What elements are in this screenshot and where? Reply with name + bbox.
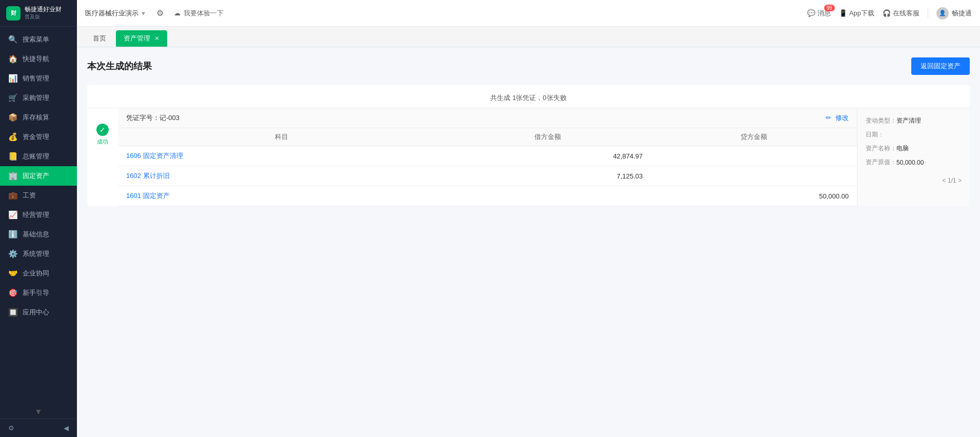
voucher-info-panel: 变动类型： 资产清理 日期： 资产名称： 电脑 资产原值： 50,000.00	[857, 108, 970, 206]
voucher-main: 凭证字号：记-003 ✏ 修改 科目 借方金额 贷方金额	[118, 108, 857, 206]
online-service-button[interactable]: 🎧 在线客服	[883, 9, 919, 18]
topbar-left: 医疗器械行业演示 ▼ ⚙ ☁ 我要体验一下	[85, 8, 807, 18]
system-icon: ⚙️	[8, 249, 17, 259]
app-download-button[interactable]: 📱 App下载	[839, 9, 874, 18]
funds-icon: 💰	[8, 132, 17, 142]
sidebar-item-label-quick-nav: 快捷导航	[23, 54, 49, 64]
sidebar-item-funds[interactable]: 💰资金管理	[0, 127, 77, 147]
success-circle: ✓	[96, 124, 109, 136]
sidebar-logo: 财 畅捷通好业财 普及版	[0, 0, 77, 27]
app-download-icon: 📱	[839, 9, 847, 17]
experience-label: 我要体验一下	[184, 9, 224, 18]
row-subject-2[interactable]: 1601 固定资产	[118, 186, 445, 206]
voucher-no: 凭证字号：记-003	[126, 113, 179, 123]
topbar-experience[interactable]: ☁ 我要体验一下	[174, 9, 224, 18]
col-debit-header: 借方金额	[445, 128, 651, 146]
asset-name-value: 电脑	[896, 144, 909, 153]
table-row: 1606 固定资产清理 42,874.97	[118, 146, 857, 166]
return-button[interactable]: 返回固定资产	[911, 57, 970, 75]
sidebar-item-system[interactable]: ⚙️系统管理	[0, 244, 77, 264]
sidebar-item-label-ledger: 总账管理	[23, 152, 49, 161]
topbar-user[interactable]: 👤 畅捷通	[936, 7, 972, 19]
voucher-header-row: 凭证字号：记-003 ✏ 修改	[118, 108, 857, 128]
headset-icon: 🎧	[883, 9, 891, 17]
sidebar-item-ledger[interactable]: 📒总账管理	[0, 147, 77, 166]
tab-home-label: 首页	[93, 34, 106, 43]
sidebar-item-guide[interactable]: 🎯新手引导	[0, 283, 77, 303]
fixed-assets-icon: 🏢	[8, 171, 17, 181]
tab-asset-management-close-icon[interactable]: ✕	[154, 35, 159, 42]
asset-value-label: 资产原值：	[866, 158, 896, 167]
logo-text-area: 畅捷通好业财 普及版	[25, 6, 62, 21]
sidebar: 财 畅捷通好业财 普及版 🔍搜索菜单🏠快捷导航📊销售管理🛒采购管理📦库存核算💰资…	[0, 0, 77, 437]
row-credit-2: 50,000.00	[651, 186, 857, 206]
settings-icon[interactable]: ⚙	[8, 424, 14, 432]
sidebar-item-label-inventory: 库存核算	[23, 113, 49, 122]
message-badge: 99	[824, 5, 835, 11]
sidebar-item-payroll[interactable]: 💼工资	[0, 186, 77, 205]
sidebar-item-fixed-assets[interactable]: 🏢固定资产	[0, 166, 77, 186]
sidebar-item-label-guide: 新手引导	[23, 288, 49, 297]
col-credit-header: 贷方金额	[651, 128, 857, 146]
sidebar-scroll-down[interactable]: ▼	[34, 407, 43, 416]
collapse-icon[interactable]: ◀	[64, 424, 69, 432]
sidebar-nav: 🔍搜索菜单🏠快捷导航📊销售管理🛒采购管理📦库存核算💰资金管理📒总账管理🏢固定资产…	[0, 27, 77, 405]
edit-icon: ✏	[826, 114, 831, 122]
quick-nav-icon: 🏠	[8, 54, 17, 64]
topbar-company[interactable]: 医疗器械行业演示 ▼	[85, 9, 146, 18]
voucher-block: ✓ 成功 凭证字号：记-003 ✏ 修改	[87, 108, 970, 206]
edit-button[interactable]: ✏ 修改	[826, 113, 849, 123]
voucher-table: 科目 借方金额 贷方金额 1606 固定资产清理 42,874.97 1602 …	[118, 128, 857, 206]
tab-asset-management[interactable]: 资产管理 ✕	[116, 30, 167, 47]
topbar-right: 💬 消息 99 📱 App下载 🎧 在线客服 👤 畅捷通	[807, 7, 972, 19]
app-center-icon: 🔲	[8, 308, 17, 317]
sidebar-item-basic-info[interactable]: ℹ️基础信息	[0, 225, 77, 244]
sidebar-item-label-payroll: 工资	[23, 191, 36, 200]
sidebar-item-sales[interactable]: 📊销售管理	[0, 69, 77, 88]
operations-icon: 📈	[8, 210, 17, 220]
tab-asset-management-label: 资产管理	[124, 34, 150, 43]
row-debit-1: 7,125.03	[445, 166, 651, 186]
sidebar-item-app-center[interactable]: 🔲应用中心	[0, 303, 77, 322]
sidebar-item-label-system: 系统管理	[23, 249, 49, 259]
sidebar-item-label-purchase: 采购管理	[23, 93, 49, 103]
sidebar-item-enterprise[interactable]: 🤝企业协同	[0, 264, 77, 283]
sidebar-item-search[interactable]: 🔍搜索菜单	[0, 30, 77, 49]
topbar-gear-icon[interactable]: ⚙	[156, 8, 164, 18]
page-title: 本次生成的结果	[87, 60, 152, 72]
sidebar-item-label-operations: 经营管理	[23, 210, 49, 220]
date-label: 日期：	[866, 130, 896, 139]
user-avatar-icon: 👤	[939, 10, 946, 16]
sidebar-item-label-enterprise: 企业协同	[23, 269, 49, 278]
online-service-label: 在线客服	[893, 9, 919, 18]
page-header: 本次生成的结果 返回固定资产	[87, 57, 970, 75]
sidebar-item-label-fixed-assets: 固定资产	[23, 171, 49, 181]
sidebar-item-operations[interactable]: 📈经营管理	[0, 205, 77, 225]
asset-value-value: 50,000.00	[896, 159, 924, 166]
result-panel: 共生成 1张凭证，0张失败 ✓ 成功 凭证字号：记-003 ✏ 修改	[87, 85, 970, 206]
row-credit-1	[651, 166, 857, 186]
sidebar-item-label-sales: 销售管理	[23, 74, 49, 83]
pagination-prev[interactable]: <	[943, 177, 946, 184]
tab-home[interactable]: 首页	[85, 30, 114, 47]
message-button[interactable]: 💬 消息 99	[807, 9, 831, 18]
row-subject-1[interactable]: 1602 累计折旧	[118, 166, 445, 186]
company-chevron-icon: ▼	[141, 10, 146, 16]
topbar: 医疗器械行业演示 ▼ ⚙ ☁ 我要体验一下 💬 消息 99 📱 App下载 🎧 …	[77, 0, 980, 27]
main-area: 医疗器械行业演示 ▼ ⚙ ☁ 我要体验一下 💬 消息 99 📱 App下载 🎧 …	[77, 0, 980, 437]
content-area: 本次生成的结果 返回固定资产 共生成 1张凭证，0张失败 ✓ 成功 凭证字号：记…	[77, 47, 980, 437]
col-subject-header: 科目	[118, 128, 445, 146]
edit-label: 修改	[835, 114, 849, 122]
row-subject-0[interactable]: 1606 固定资产清理	[118, 146, 445, 166]
cloud-icon: ☁	[174, 9, 181, 17]
sidebar-item-quick-nav[interactable]: 🏠快捷导航	[0, 49, 77, 69]
pagination-next[interactable]: >	[958, 177, 962, 184]
user-avatar: 👤	[936, 7, 949, 19]
sidebar-item-inventory[interactable]: 📦库存核算	[0, 108, 77, 127]
result-summary: 共生成 1张凭证，0张失败	[87, 85, 970, 108]
payroll-icon: 💼	[8, 191, 17, 200]
sidebar-item-purchase[interactable]: 🛒采购管理	[0, 88, 77, 108]
row-debit-2	[445, 186, 651, 206]
row-debit-0: 42,874.97	[445, 146, 651, 166]
info-pagination: < 1/1 >	[866, 177, 962, 184]
